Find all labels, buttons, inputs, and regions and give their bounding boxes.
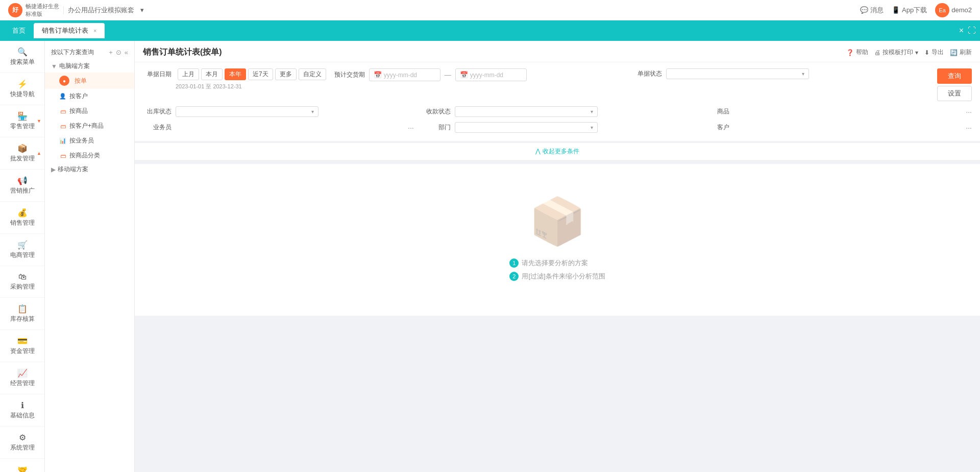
- top-bar-right: 💬 消息 📱 App下载 Ea demo2: [860, 3, 972, 17]
- tab-home[interactable]: 首页: [4, 23, 34, 38]
- sidebar-item-enterprise[interactable]: 🤝 企业协同: [0, 459, 44, 472]
- sidebar-item-quicknav[interactable]: ⚡ 快捷导航: [0, 73, 44, 105]
- sidebar-item-wholesale[interactable]: 📦 批发管理: [0, 137, 44, 170]
- page-header-actions: ❓ 帮助 🖨 按模板打印 ▾ ⬇ 导出 🔄 刷新: [846, 48, 972, 57]
- out-status-label: 出库状态: [143, 107, 172, 116]
- quicknav-icon: ⚡: [17, 79, 28, 89]
- salesperson-filter-label: 业务员: [143, 123, 172, 132]
- scheme-item-by-customer-product[interactable]: 🗃 按客户+商品: [45, 119, 134, 133]
- download-icon: 📱: [892, 6, 900, 14]
- date-filter-label: 单据日期: [143, 70, 172, 79]
- tab-close-icon[interactable]: ×: [93, 28, 96, 34]
- refresh-btn[interactable]: 🔄 刷新: [950, 48, 972, 57]
- logo-icon: 好: [8, 3, 22, 17]
- date-range-text: 2023-01-01 至 2023-12-31: [176, 83, 242, 89]
- department-filter-label: 部门: [422, 123, 451, 132]
- date-btn-custom[interactable]: 自定义: [299, 68, 326, 80]
- inventory-icon: 📋: [17, 304, 28, 314]
- delivery-end-picker[interactable]: 📅 yyyy-mm-dd: [455, 68, 527, 81]
- tab-active[interactable]: 销售订单统计表 ×: [34, 23, 105, 38]
- out-status-select[interactable]: ▾: [176, 106, 318, 117]
- product-filter-section: 商品 ···: [701, 107, 972, 116]
- search-icon: 🔍: [17, 47, 28, 57]
- scheme-mobile-group[interactable]: ▶ 移动端方案: [45, 163, 134, 176]
- tab-maximize-btn[interactable]: ⛶: [968, 26, 976, 35]
- scheme-item-by-salesperson[interactable]: 📊 按业务员: [45, 133, 134, 148]
- print-btn[interactable]: 🖨 按模板打印 ▾: [874, 48, 918, 57]
- date-btn-lastmonth[interactable]: 上月: [178, 68, 199, 80]
- scheme-settings-icon[interactable]: ⊙: [116, 49, 121, 56]
- message-btn[interactable]: 💬 消息: [860, 6, 884, 15]
- user-area[interactable]: Ea demo2: [935, 3, 972, 17]
- sidebar-item-search[interactable]: 🔍 搜索菜单: [0, 41, 44, 73]
- scheme-category-icon: 🗃: [59, 152, 66, 159]
- department-select[interactable]: ▾: [455, 122, 598, 133]
- sidebar-item-system[interactable]: ⚙ 系统管理: [0, 427, 44, 459]
- page-header: 销售订单统计表(按单) ❓ 帮助 🖨 按模板打印 ▾ ⬇ 导出: [135, 41, 980, 62]
- status-filter-label: 单据状态: [633, 69, 662, 78]
- right-panel: 销售订单统计表(按单) ❓ 帮助 🖨 按模板打印 ▾ ⬇ 导出: [135, 41, 980, 472]
- scheme-add-icon[interactable]: +: [109, 49, 113, 56]
- system-icon: ⚙: [19, 433, 26, 442]
- tip-num-1: 1: [509, 258, 519, 268]
- sidebar-item-purchase[interactable]: 🛍 采购管理: [0, 266, 44, 298]
- query-btn[interactable]: 查询: [937, 68, 972, 84]
- date-btn-7days[interactable]: 近7天: [248, 68, 273, 80]
- receipt-status-section: 收款状态 ▾: [422, 106, 693, 117]
- collapse-bar[interactable]: ⋀ 收起更多条件: [135, 143, 980, 160]
- content-area: 按以下方案查询 + ⊙ « ▼ 电脑端方案 ● 按单 👤 按客户 🗃: [45, 41, 980, 472]
- status-select[interactable]: ▾: [666, 68, 809, 79]
- sidebar-item-inventory[interactable]: 📋 库存核算: [0, 298, 44, 330]
- scheme-salesperson-icon: 📊: [59, 137, 66, 145]
- app-download-btn[interactable]: 📱 App下载: [892, 6, 927, 15]
- export-icon: ⬇: [924, 49, 929, 56]
- scheme-collapse-icon[interactable]: «: [125, 49, 128, 56]
- sidebar-item-basic[interactable]: ℹ 基础信息: [0, 394, 44, 427]
- product-ellipsis-icon[interactable]: ···: [966, 108, 972, 116]
- scheme-product-icon: 🗃: [59, 108, 66, 115]
- operations-icon: 📈: [17, 368, 28, 378]
- date-btns-group: 上月 本月 本年 近7天 更多 自定义: [178, 68, 326, 80]
- date-dash: —: [445, 71, 451, 79]
- customer-ellipsis-icon[interactable]: ···: [966, 124, 972, 132]
- avatar: Ea: [935, 3, 949, 17]
- date-btn-thismonth[interactable]: 本月: [201, 68, 223, 80]
- sidebar-item-sales[interactable]: 💰 销售管理: [0, 202, 44, 234]
- salesperson-ellipsis-icon[interactable]: ···: [408, 124, 414, 132]
- help-btn[interactable]: ❓ 帮助: [846, 48, 868, 57]
- tab-minimize-btn[interactable]: ×: [959, 26, 964, 35]
- retail-icon: 🏪: [17, 111, 28, 121]
- salesperson-filter-section: 业务员 ···: [143, 123, 414, 132]
- date-btn-thisyear[interactable]: 本年: [225, 68, 246, 80]
- status-chevron-icon: ▾: [802, 71, 804, 77]
- sidebar-item-ecommerce[interactable]: 🛒 电商管理: [0, 234, 44, 266]
- app-dropdown-icon[interactable]: ▾: [140, 6, 144, 14]
- filter-row-2: 出库状态 ▾ 收款状态 ▾ 商品: [143, 106, 972, 117]
- sidebar-item-finance[interactable]: 💳 资金管理: [0, 330, 44, 362]
- receipt-chevron-icon: ▾: [591, 109, 593, 114]
- tip-num-2: 2: [509, 272, 519, 281]
- refresh-icon: 🔄: [950, 49, 958, 56]
- enterprise-icon: 🤝: [17, 465, 28, 472]
- scheme-cust-prod-icon: 🗃: [59, 123, 66, 130]
- settings-btn[interactable]: 设置: [937, 86, 972, 101]
- main-layout: 🔍 搜索菜单 ⚡ 快捷导航 🏪 零售管理 📦 批发管理 📢: [0, 41, 980, 472]
- logo-area: 好 畅捷通好生意 标准版: [8, 3, 59, 17]
- date-btn-more[interactable]: 更多: [275, 68, 297, 80]
- scheme-item-by-category[interactable]: 🗃 按商品分类: [45, 148, 134, 163]
- wholesale-icon: 📦: [17, 144, 28, 153]
- delivery-start-picker[interactable]: 📅 yyyy-mm-dd: [369, 68, 440, 81]
- scheme-item-by-product[interactable]: 🗃 按商品: [45, 104, 134, 119]
- scheme-item-by-order[interactable]: ● 按单: [45, 73, 134, 89]
- top-bar: 好 畅捷通好生意 标准版 办公用品行业模拟账套 ▾ 💬 消息 📱 App下载 E…: [0, 0, 980, 20]
- sidebar-item-marketing[interactable]: 📢 营销推广: [0, 170, 44, 202]
- scheme-desktop-group[interactable]: ▼ 电脑端方案: [45, 60, 134, 73]
- export-btn[interactable]: ⬇ 导出: [924, 48, 944, 57]
- filter-row-3: 业务员 ··· 部门 ▾ 客户: [143, 122, 972, 133]
- scheme-item-by-customer[interactable]: 👤 按客户: [45, 89, 134, 104]
- sidebar-item-retail[interactable]: 🏪 零售管理: [0, 105, 44, 137]
- sidebar-item-operations[interactable]: 📈 经营管理: [0, 362, 44, 394]
- filter-area: 单据日期 上月 本月 本年 近7天 更多 自定义 2023-01-0: [135, 62, 980, 141]
- receipt-status-select[interactable]: ▾: [455, 106, 598, 117]
- logo-text: 畅捷通好生意 标准版: [26, 3, 59, 17]
